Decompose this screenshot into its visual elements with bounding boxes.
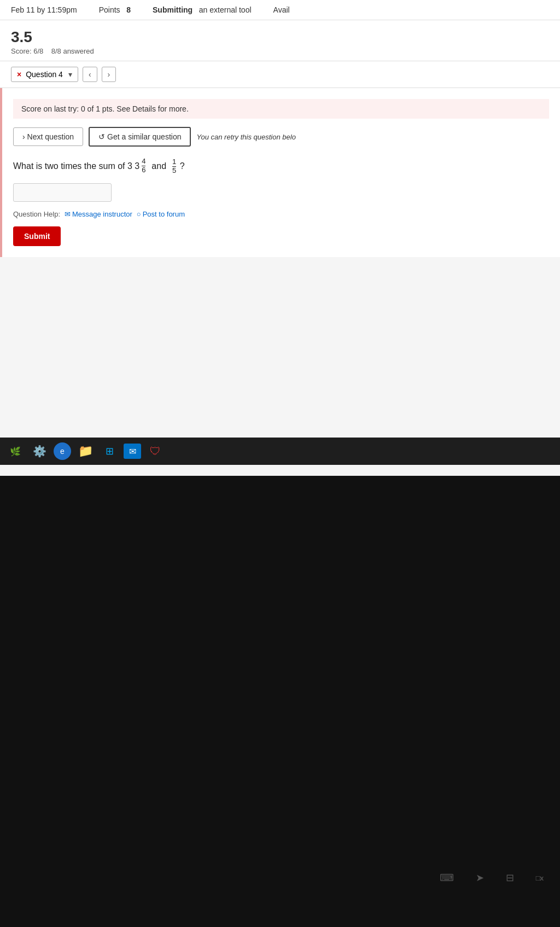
answer-input[interactable] [13, 183, 112, 202]
submitting-label: Submitting [153, 5, 192, 14]
score-info: Score: 6/8 8/8 answered [11, 47, 549, 55]
x-mark: × [17, 70, 21, 79]
submit-button[interactable]: Submit [13, 226, 61, 246]
frac2-denominator: 5 [172, 167, 176, 174]
post-to-forum-text: Post to forum [143, 210, 185, 218]
taskbar-shield-icon[interactable]: 🛡 [145, 441, 165, 461]
next-question-action-button[interactable]: › Next question [13, 127, 83, 146]
answered-label: 8/8 answered [51, 47, 94, 55]
bottom-icon-3[interactable]: ⊟ [506, 872, 514, 884]
frac1-numerator: 4 [142, 158, 145, 166]
action-buttons: › Next question ↺ Get a similar question… [13, 127, 549, 147]
score-notice: Score on last try: 0 of 1 pts. See Detai… [13, 99, 549, 119]
bottom-icon-1[interactable]: ⌨ [440, 872, 454, 884]
bottom-label-x: □x [536, 874, 544, 882]
forum-icon: ○ [137, 210, 141, 218]
page-header: 3.5 Score: 6/8 8/8 answered [0, 20, 560, 61]
taskbar-windows-icon[interactable]: ⊞ [100, 441, 119, 461]
submitting-value: an external tool [199, 5, 252, 14]
question-text: What is two times the sum of 3 3 4 6 and… [13, 158, 549, 175]
bottom-area: ⌨ ➤ ⊟ □x [0, 861, 560, 894]
score-notice-text: Score on last try: 0 of 1 pts. See Detai… [21, 104, 189, 113]
taskbar-start-icon[interactable]: 🌿 [5, 441, 25, 461]
points-label: Points [99, 5, 120, 14]
question-text-before: What is two times the sum of 3 [13, 161, 132, 171]
mixed-whole: 3 [135, 159, 139, 173]
fraction-2: 1 5 [172, 158, 176, 175]
question-label: Question 4 [26, 70, 63, 79]
fraction-1: 4 6 [142, 158, 145, 174]
dark-section [0, 476, 560, 927]
dropdown-arrow-icon: ▾ [68, 70, 72, 79]
help-label: Question Help: [13, 210, 60, 218]
envelope-icon: ✉ [65, 210, 71, 218]
text-middle: and [151, 161, 166, 171]
avail-label: Avail [273, 5, 290, 14]
retry-text: You can retry this question belo [196, 133, 295, 141]
points-value: 8 [126, 5, 131, 14]
message-instructor-link[interactable]: ✉ Message instructor [65, 210, 132, 218]
frac2-numerator: 1 [172, 158, 176, 167]
header-bar: Feb 11 by 11:59pm Points 8 Submitting an… [0, 0, 560, 20]
main-content: Feb 11 by 11:59pm Points 8 Submitting an… [0, 0, 560, 476]
get-similar-button[interactable]: ↺ Get a similar question [89, 127, 191, 147]
question-help: Question Help: ✉ Message instructor ○ Po… [13, 210, 549, 218]
bottom-icon-2[interactable]: ➤ [476, 872, 484, 884]
text-after: ? [180, 161, 185, 171]
submitting-section: Submitting an external tool [153, 5, 252, 14]
mixed-number-1: 3 4 6 [135, 158, 147, 174]
question-area: Score on last try: 0 of 1 pts. See Detai… [0, 88, 560, 257]
taskbar: 🌿 ⚙️ e 📁 ⊞ ✉ 🛡 [0, 438, 560, 465]
due-date: Feb 11 by 11:59pm [11, 5, 77, 14]
question-nav: × Question 4 ▾ ‹ › [0, 61, 560, 88]
taskbar-edge-icon[interactable]: e [54, 442, 71, 460]
next-question-button[interactable]: › [102, 67, 116, 82]
message-instructor-text: Message instructor [72, 210, 132, 218]
post-to-forum-link[interactable]: ○ Post to forum [137, 210, 185, 218]
frac1-denominator: 6 [142, 166, 145, 174]
points-section: Points 8 [99, 5, 131, 14]
page-number: 3.5 [11, 28, 549, 46]
taskbar-folder-icon[interactable]: 📁 [75, 441, 95, 461]
taskbar-settings-icon[interactable]: ⚙️ [30, 441, 49, 461]
question-selector[interactable]: × Question 4 ▾ [11, 67, 78, 82]
prev-question-button[interactable]: ‹ [83, 67, 97, 82]
taskbar-mail-icon[interactable]: ✉ [124, 444, 141, 459]
score-label: Score: 6/8 [11, 47, 43, 55]
